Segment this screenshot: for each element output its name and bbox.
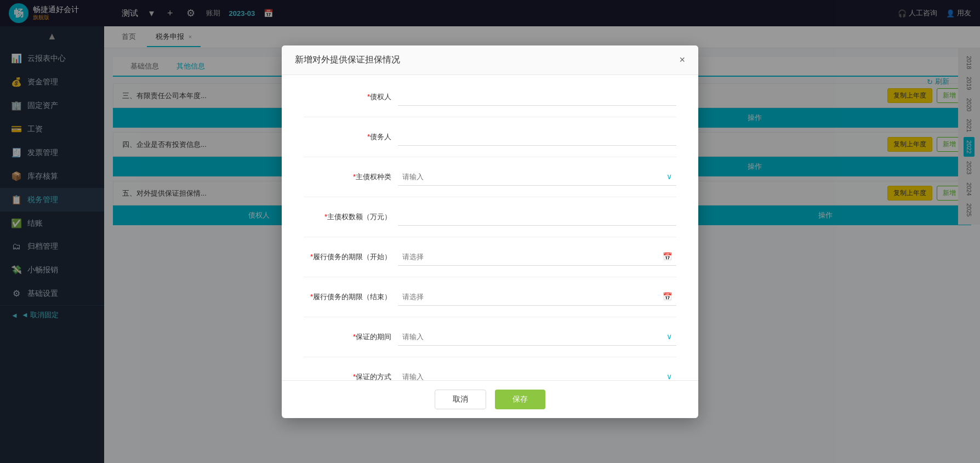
form-row-debt-amount: *主债权数额（万元）: [304, 208, 676, 226]
save-button[interactable]: 保存: [495, 390, 545, 409]
form-row-creditor: *债权人: [304, 88, 676, 106]
period-end-input[interactable]: [398, 290, 663, 303]
divider-6: [304, 317, 676, 317]
modal-header: 新增对外提供保证担保情况 ×: [282, 45, 698, 75]
modal-title: 新增对外提供保证担保情况: [295, 54, 400, 66]
guarantee-period-input[interactable]: [398, 330, 666, 343]
period-start-cal-icon[interactable]: 📅: [663, 252, 676, 261]
modal-overlay: 新增对外提供保证担保情况 × *债权人 *债务人: [0, 0, 980, 463]
creditor-input[interactable]: [398, 88, 676, 106]
period-start-wrapper: 📅: [398, 248, 676, 266]
divider-5: [304, 277, 676, 277]
modal-footer: 取消 保存: [282, 380, 698, 418]
debtor-label: *债务人: [304, 132, 391, 142]
divider-3: [304, 197, 676, 197]
period-end-label: *履行债务的期限（结束）: [304, 292, 391, 302]
period-end-wrapper: 📅: [398, 288, 676, 306]
creditor-label: *债权人: [304, 92, 391, 102]
form-row-period-end: *履行债务的期限（结束） 📅: [304, 288, 676, 306]
modal: 新增对外提供保证担保情况 × *债权人 *债务人: [282, 45, 698, 418]
form-row-period-start: *履行债务的期限（开始） 📅: [304, 248, 676, 266]
debtor-input[interactable]: [398, 128, 676, 146]
guarantee-method-label: *保证的方式: [304, 372, 391, 380]
period-start-label: *履行债务的期限（开始）: [304, 252, 391, 262]
divider-2: [304, 157, 676, 157]
form-row-debtor: *债务人: [304, 128, 676, 146]
guarantee-method-dropdown-icon[interactable]: ∨: [666, 372, 676, 380]
modal-body: *债权人 *债务人 *主债权种类 ∨: [282, 75, 698, 380]
modal-close-button[interactable]: ×: [679, 54, 685, 66]
guarantee-period-wrapper: ∨: [398, 328, 676, 346]
guarantee-method-wrapper: ∨: [398, 368, 676, 380]
debt-amount-input[interactable]: [398, 208, 676, 226]
guarantee-period-label: *保证的期间: [304, 332, 391, 342]
debt-type-dropdown-icon[interactable]: ∨: [666, 172, 676, 181]
debt-type-label: *主债权种类: [304, 172, 391, 182]
form-row-guarantee-method: *保证的方式 ∨: [304, 368, 676, 380]
cancel-button[interactable]: 取消: [435, 390, 486, 409]
guarantee-period-dropdown-icon[interactable]: ∨: [666, 332, 676, 341]
form-row-guarantee-period: *保证的期间 ∨: [304, 328, 676, 346]
form-row-debt-type: *主债权种类 ∨: [304, 168, 676, 186]
debt-type-input[interactable]: [398, 170, 666, 183]
debt-type-select-wrapper: ∨: [398, 168, 676, 186]
period-end-cal-icon[interactable]: 📅: [663, 292, 676, 301]
divider-1: [304, 117, 676, 117]
period-start-input[interactable]: [398, 250, 663, 263]
debt-amount-label: *主债权数额（万元）: [304, 212, 391, 222]
divider-4: [304, 237, 676, 237]
divider-7: [304, 357, 676, 357]
guarantee-method-input[interactable]: [398, 370, 666, 380]
